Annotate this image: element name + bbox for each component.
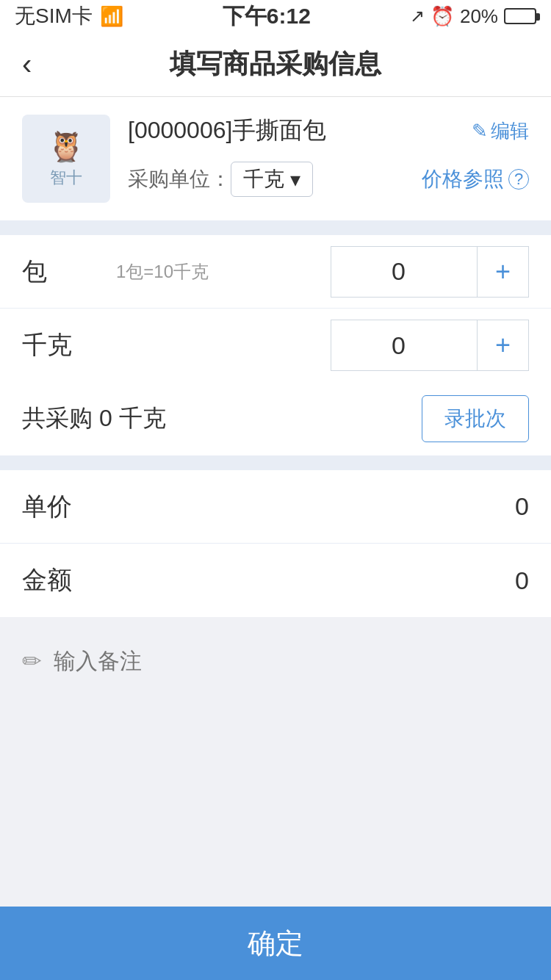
location-icon: ↗ [410, 6, 425, 26]
divider-2 [0, 455, 551, 470]
battery-icon [504, 8, 536, 24]
total-row: 共采购 0 千克 录批次 [0, 382, 551, 455]
unit-value: 千克 [243, 165, 284, 193]
unit-prefix: 采购单位： [128, 165, 231, 193]
product-card: 🦉 智十 [0000006]手撕面包 ✎ 编辑 采购单位： 千克 ▾ 价格参照 [0, 97, 551, 220]
unit-price-value: 0 [515, 492, 529, 521]
bag-input-row: 包 1包=10千克 + [0, 235, 551, 309]
amount-value: 0 [515, 566, 529, 595]
nav-bar: ‹ 填写商品采购信息 [0, 32, 551, 97]
bag-sub-label: 1包=10千克 [116, 260, 331, 284]
status-time: 下午6:12 [223, 1, 311, 32]
product-image: 🦉 智十 [22, 115, 110, 203]
back-button[interactable]: ‹ [22, 48, 32, 81]
edit-label: 编辑 [491, 118, 529, 144]
price-section: 单价 0 金额 0 [0, 470, 551, 617]
kg-plus-button[interactable]: + [478, 320, 529, 371]
input-section: 包 1包=10千克 + 千克 + [0, 235, 551, 382]
kg-label: 千克 [22, 328, 110, 362]
unit-dropdown[interactable]: 千克 ▾ [231, 162, 313, 197]
amount-label: 金额 [22, 563, 72, 597]
remarks-section: ✏ [0, 617, 551, 705]
product-name-row: [0000006]手撕面包 ✎ 编辑 [128, 115, 529, 147]
page-title: 填写商品采购信息 [170, 46, 381, 82]
dropdown-arrow: ▾ [290, 167, 300, 192]
confirm-button[interactable]: 确定 [0, 907, 551, 980]
unit-row: 采购单位： 千克 ▾ 价格参照 ? [128, 162, 529, 197]
kg-quantity-input[interactable] [331, 320, 478, 371]
wifi-icon: 📶 [100, 5, 123, 28]
kg-input-row: 千克 + [0, 309, 551, 382]
edit-icon: ✎ [472, 120, 488, 143]
carrier-text: 无SIM卡 [15, 2, 93, 30]
owl-icon: 🦉 [48, 129, 84, 164]
edit-button[interactable]: ✎ 编辑 [472, 118, 529, 144]
unit-price-label: 单价 [22, 490, 72, 524]
alarm-icon: ⏰ [431, 5, 454, 28]
record-batch-button[interactable]: 录批次 [422, 395, 529, 442]
brand-text: 智十 [50, 167, 82, 189]
status-left: 无SIM卡 📶 [15, 2, 123, 30]
bag-quantity-input[interactable] [331, 246, 478, 298]
pencil-icon: ✏ [22, 647, 42, 675]
divider-1 [0, 220, 551, 235]
price-ref-button[interactable]: 价格参照 ? [422, 165, 529, 193]
battery-percent: 20% [460, 5, 498, 28]
status-bar: 无SIM卡 📶 下午6:12 ↗ ⏰ 20% [0, 0, 551, 32]
bag-plus-button[interactable]: + [478, 246, 529, 298]
bag-label: 包 [22, 255, 110, 289]
unit-price-row: 单价 0 [0, 470, 551, 544]
status-right: ↗ ⏰ 20% [410, 5, 536, 28]
remarks-input[interactable] [54, 649, 529, 674]
kg-input-control: + [331, 320, 529, 371]
product-name: [0000006]手撕面包 [128, 115, 326, 147]
unit-select-group: 采购单位： 千克 ▾ [128, 162, 313, 197]
bag-input-control: + [331, 246, 529, 298]
amount-row: 金额 0 [0, 544, 551, 617]
price-ref-icon: ? [508, 169, 529, 190]
price-ref-label: 价格参照 [422, 165, 504, 193]
product-info: [0000006]手撕面包 ✎ 编辑 采购单位： 千克 ▾ 价格参照 ? [128, 115, 529, 197]
total-text: 共采购 0 千克 [22, 403, 166, 435]
